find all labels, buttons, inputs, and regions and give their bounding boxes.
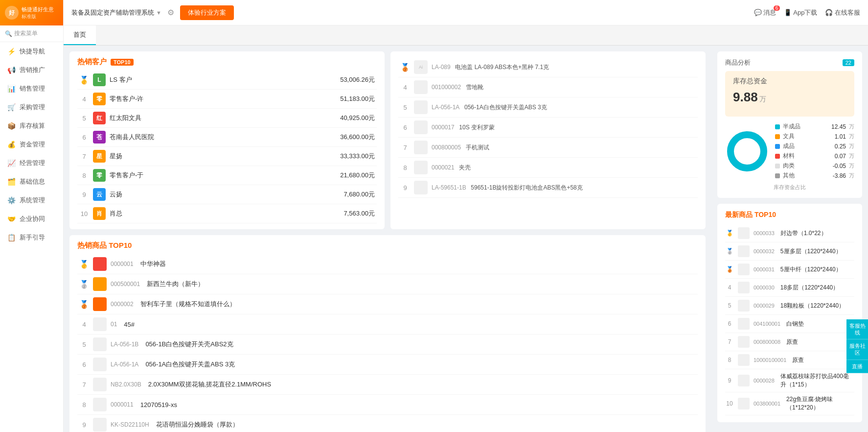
- sidebar-item-sales[interactable]: 📊 销售管理: [0, 79, 63, 98]
- product-img: Ai: [414, 60, 428, 74]
- inventory-total-box: 库存总资金 9.88 万: [725, 71, 854, 117]
- rank-medal: 🥇: [79, 260, 89, 269]
- table-row: 🥉 Ai LA-089 电池盖 LA-089 ABS本色+黑种 7.1克: [398, 57, 698, 77]
- sidebar-item-operations[interactable]: 📈 经营管理: [0, 154, 63, 172]
- product-thumbnail: [738, 264, 750, 275]
- rank-medal: 🥉: [400, 63, 410, 72]
- content-area: 热销客户 TOP10 🥇 L LS 客户 53,006.26元 4 零: [64, 46, 868, 432]
- product-img: [414, 120, 428, 134]
- list-item: 5 0000029 18颗粒板（1220*2440）: [725, 297, 854, 315]
- hot-products-right-table: 🥉 Ai LA-089 电池盖 LA-089 ABS本色+黑种 7.1克 4: [398, 57, 698, 198]
- topbar: 装备及固定资产辅助管理系统 ▼ ⚙ 体验行业方案 💬 消息 6 📱 App下载 …: [64, 0, 868, 25]
- table-row: 5 LA-056-1B 056-1B白色按键开关壳ABS2克: [77, 335, 698, 355]
- hot-products-right-card: 🥉 Ai LA-089 电池盖 LA-089 ABS本色+黑种 7.1克 4: [390, 51, 706, 229]
- svg-point-1: [731, 135, 764, 168]
- list-item: 10 003800001 22g鱼豆腐·烧烤味（1*12*20）: [725, 392, 854, 415]
- sidebar-item-inventory[interactable]: 📦 库存核算: [0, 117, 63, 135]
- sidebar-item-marketing[interactable]: 📢 营销推广: [0, 61, 63, 79]
- product-thumbnail: [738, 398, 750, 409]
- table-row: 4 001000002 雪地靴: [398, 77, 698, 97]
- table-row: 9 LA-59651-1B 59651-1B旋转投影灯电池盒ABS黑色+58克: [398, 178, 698, 198]
- purchase-icon: 🛒: [7, 103, 16, 112]
- avatar: 零: [93, 93, 106, 105]
- app-download-btn[interactable]: 📱 App下载: [784, 8, 817, 17]
- product-img: [93, 358, 107, 371]
- product-img: [93, 317, 107, 331]
- sidebar-search[interactable]: 🔍 搜索菜单: [0, 25, 63, 42]
- sidebar-item-collaboration[interactable]: 🤝 企业协同: [0, 210, 63, 228]
- settings-icon[interactable]: ⚙: [167, 8, 174, 17]
- sidebar-item-purchase[interactable]: 🛒 采购管理: [0, 98, 63, 117]
- middle-panel: 热销客户 TOP10 🥇 L LS 客户 53,006.26元 4 零: [64, 46, 711, 432]
- product-thumbnail: [738, 300, 750, 312]
- rank-medal-1: 🥇: [79, 75, 89, 85]
- table-row: 8 0000021 夹壳: [398, 158, 698, 178]
- system-title-select[interactable]: 装备及固定资产辅助管理系统 ▼: [71, 8, 161, 17]
- list-item: 🥇 0000033 封边带（1.0*22）: [725, 224, 854, 242]
- product-thumbnail: [738, 375, 750, 386]
- product-img: [414, 80, 428, 94]
- table-row: 5 红 红太阳文具 40,925.00元: [77, 109, 377, 128]
- service-community-btn[interactable]: 服务社区: [846, 339, 868, 360]
- sidebar-item-guide[interactable]: 📋 新手引导: [0, 228, 63, 247]
- sidebar-item-finance[interactable]: 💰 资金管理: [0, 135, 63, 154]
- legend-item-stationery: 文具 1.01 万: [775, 132, 854, 141]
- product-img: [93, 277, 107, 291]
- sales-icon: 📊: [7, 84, 16, 93]
- top-section: 热销客户 TOP10 🥇 L LS 客户 53,006.26元 4 零: [69, 51, 706, 229]
- messages-btn[interactable]: 💬 消息 6: [754, 8, 777, 17]
- table-row: 9 KK-SD22110H 花语萌恒温分娩睡袋（厚款）: [77, 415, 698, 432]
- trial-btn[interactable]: 体验行业方案: [180, 5, 234, 20]
- list-item: 7 000800008 原查: [725, 333, 854, 351]
- new-products-title: 最新商品 TOP10: [725, 211, 854, 219]
- table-row: 6 0000017 10S 变利罗蒙: [398, 118, 698, 138]
- product-img: [414, 181, 428, 194]
- legend-dot: [775, 134, 780, 139]
- quick-nav-icon: ⚡: [7, 47, 16, 56]
- sidebar: 好 畅捷通好生意 标准版 🔍 搜索菜单 ⚡ 快捷导航 📢 营销推广 📊 销售管理…: [0, 0, 64, 432]
- new-products-card: 最新商品 TOP10 🥇 0000033 封边带（1.0*22） 🥈 00000…: [717, 204, 862, 422]
- table-row: 8 零 零售客户-于 21,680.00元: [77, 166, 377, 185]
- product-thumbnail: [738, 245, 750, 257]
- table-row: 8 0000011 12070519-xs: [77, 395, 698, 415]
- logo-icon: 好: [5, 6, 19, 20]
- sidebar-item-basic-info[interactable]: 🗂️ 基础信息: [0, 172, 63, 191]
- online-service-btn[interactable]: 🎧 在线客服: [825, 8, 860, 17]
- sidebar-item-quick-nav[interactable]: ⚡ 快捷导航: [0, 42, 63, 61]
- table-row: 7 000800005 手机测试: [398, 138, 698, 158]
- sidebar-nav: ⚡ 快捷导航 📢 营销推广 📊 销售管理 🛒 采购管理 📦 库存核算 💰 资金管…: [0, 42, 63, 432]
- customer-service-btn[interactable]: 客服热线: [846, 319, 868, 340]
- right-panel: 商品分析 22 库存总资金 9.88 万: [711, 46, 868, 432]
- legend-item-finished: 成品 0.25 万: [775, 142, 854, 150]
- avatar: 红: [93, 112, 106, 124]
- hot-products-title: 热销商品 TOP10: [77, 241, 698, 250]
- float-buttons: 客服热线 服务社区 直播: [846, 319, 868, 373]
- legend-dot: [775, 144, 780, 149]
- logo-text: 畅捷通好生意 标准版: [22, 6, 54, 19]
- collaboration-icon: 🤝: [7, 215, 16, 223]
- product-thumbnail: [738, 336, 750, 348]
- avatar: 零: [93, 169, 106, 182]
- finance-icon: 💰: [7, 140, 16, 149]
- marketing-icon: 📢: [7, 66, 16, 74]
- product-img: [414, 161, 428, 174]
- avatar: 星: [93, 150, 106, 163]
- basic-info-icon: 🗂️: [7, 177, 16, 186]
- donut-section: 半成品 12.45 万 文具 1.01 万 成品: [725, 122, 854, 180]
- product-thumbnail: [738, 282, 750, 293]
- product-img: [93, 398, 107, 411]
- avatar: 苍: [93, 131, 106, 144]
- table-row: 7 星 星扬 33,333.00元: [77, 147, 377, 166]
- table-row: 🥇 L LS 客户 53,006.26元: [77, 71, 377, 90]
- product-img: [93, 418, 107, 432]
- live-stream-btn[interactable]: 直播: [846, 360, 868, 373]
- rank-medal: 🥈: [79, 280, 89, 289]
- list-item: 9 0000028 体威荔枝味苏打饮品400毫升（1*15）: [725, 369, 854, 392]
- table-row: 9 云 云扬 7,680.00元: [77, 185, 377, 204]
- topbar-right: 💬 消息 6 📱 App下载 🎧 在线客服: [754, 8, 860, 17]
- product-img: [414, 100, 428, 114]
- table-row: 🥈 000500001 新西兰牛肉（新牛）: [77, 274, 698, 294]
- product-img: [93, 297, 107, 311]
- tab-home[interactable]: 首页: [64, 25, 96, 45]
- sidebar-item-system[interactable]: ⚙️ 系统管理: [0, 191, 63, 210]
